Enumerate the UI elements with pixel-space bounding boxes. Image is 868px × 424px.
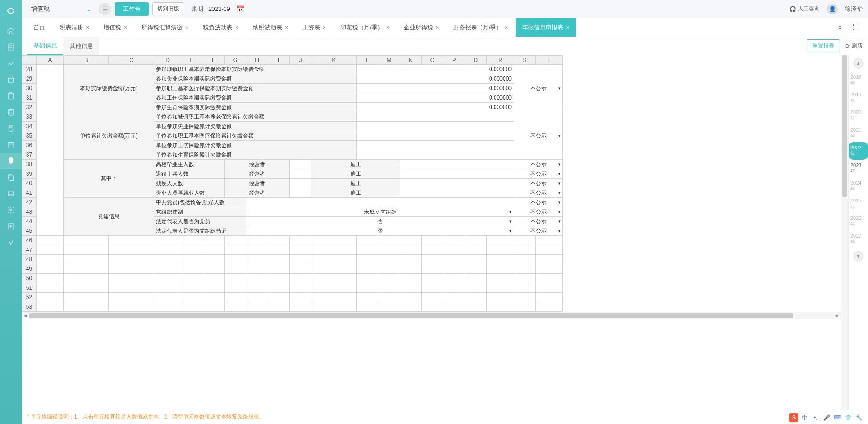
cell[interactable] [181,283,203,293]
cell[interactable] [514,274,536,283]
tab-item[interactable]: 企业所得税× [397,18,445,37]
cell[interactable] [487,236,514,245]
cell[interactable] [422,264,443,274]
cell[interactable] [465,255,487,264]
row-header[interactable]: 43 [22,207,37,217]
tab-item[interactable]: 税表清册× [53,18,95,37]
cell[interactable] [536,274,563,283]
cell[interactable] [246,283,268,293]
cell[interactable] [311,236,357,245]
nav-calc-icon[interactable] [0,104,22,120]
cell[interactable] [465,283,487,293]
cell[interactable] [246,255,268,264]
cell[interactable] [225,245,246,255]
cell[interactable] [400,283,422,293]
cell[interactable] [514,302,536,312]
col-header[interactable]: P [443,56,465,65]
cell[interactable]: 其中： [64,160,154,198]
row-header[interactable]: 29 [22,74,37,84]
cell[interactable] [64,302,109,312]
nav-play-icon[interactable] [0,218,22,234]
row-header[interactable]: 53 [22,302,37,312]
col-header[interactable]: E [181,56,203,65]
round-list-icon[interactable]: ☰ [99,3,111,15]
row-header[interactable]: 32 [22,103,37,112]
consult-link[interactable]: 🎧 人工咨询 [789,5,820,13]
cell[interactable] [109,274,154,283]
cell[interactable] [487,293,514,302]
nav-doc-icon[interactable] [0,39,22,55]
cell[interactable] [422,283,443,293]
cell[interactable] [357,141,514,150]
cell[interactable] [225,236,246,245]
cell[interactable]: 参加城镇职工基本养老保险本期实际缴费金额 [154,65,357,74]
cell[interactable] [290,179,311,188]
cell[interactable] [357,131,514,141]
col-header[interactable]: D [154,56,181,65]
cell[interactable] [536,293,563,302]
ime-skin-icon[interactable]: 👕 [844,413,853,422]
cell[interactable] [378,255,400,264]
cell[interactable] [154,293,181,302]
cell[interactable]: 高校毕业生人数 [154,160,225,169]
col-header[interactable]: S [514,56,536,65]
cell[interactable] [422,274,443,283]
cell[interactable] [357,236,378,245]
ime-mic-icon[interactable]: 🎤 [822,413,831,422]
cell[interactable] [225,255,246,264]
row-header[interactable]: 39 [22,169,37,179]
cell[interactable] [246,293,268,302]
cell[interactable] [154,245,181,255]
year-item[interactable]: 2018年 [849,71,868,89]
cell[interactable] [311,255,357,264]
cell[interactable] [290,283,311,293]
row-header[interactable]: 44 [22,217,37,226]
cell[interactable] [311,274,357,283]
cell[interactable] [536,255,563,264]
cell[interactable] [514,293,536,302]
row-header[interactable]: 48 [22,255,37,264]
cell[interactable]: 中共党员(包括预备党员)人数 [154,198,246,207]
cell[interactable] [246,236,268,245]
cell[interactable] [487,274,514,283]
cell[interactable] [64,283,109,293]
close-icon[interactable]: × [505,24,508,31]
reset-button[interactable]: 重置报表 [807,39,840,52]
cell[interactable]: 不公示▾ [514,198,563,207]
nav-active-icon[interactable] [0,153,22,169]
cell[interactable] [290,302,311,312]
cell[interactable] [378,283,400,293]
ime-tool-icon[interactable]: 🔧 [854,413,863,422]
cell[interactable] [443,274,465,283]
cell[interactable] [203,283,225,293]
cell[interactable] [465,245,487,255]
cell[interactable] [536,236,563,245]
cell[interactable]: 经营者 [225,160,290,169]
cell[interactable] [536,245,563,255]
nav-clipboard-icon[interactable] [0,88,22,104]
cell[interactable] [290,188,311,198]
cell[interactable] [225,264,246,274]
col-header[interactable]: G [225,56,246,65]
row-header[interactable]: 28 [22,65,37,74]
close-icon[interactable]: × [436,24,439,31]
cell[interactable]: 失业人员再就业人数 [154,188,225,198]
cell[interactable] [246,245,268,255]
cell[interactable] [400,302,422,312]
col-header[interactable]: A [37,56,64,65]
cell[interactable] [203,245,225,255]
row-header[interactable]: 51 [22,283,37,293]
tabs-close-all-icon[interactable]: × [834,21,846,34]
cell[interactable] [514,264,536,274]
col-header[interactable]: R [487,56,514,65]
row-header[interactable]: 52 [22,293,37,302]
cell[interactable] [203,274,225,283]
cell[interactable] [400,264,422,274]
cell[interactable]: 参加职工基本医疗保险本期实际缴费金额 [154,84,357,93]
tab-item[interactable]: 增值税× [97,18,133,37]
period-value[interactable]: 2023-09 [208,5,230,12]
row-header[interactable]: 49 [22,264,37,274]
cell[interactable] [290,274,311,283]
cell[interactable] [311,293,357,302]
cell[interactable] [203,293,225,302]
